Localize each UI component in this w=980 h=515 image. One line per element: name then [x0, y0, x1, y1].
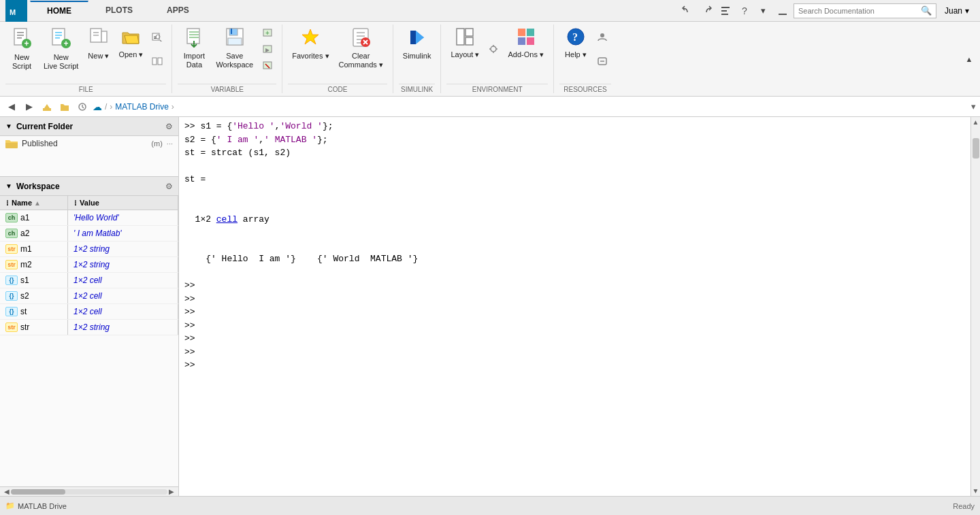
- ws-var-value-s1: 1×2 cell: [74, 276, 102, 285]
- file-group-label: FILE: [5, 84, 166, 93]
- vscroll-up-arrow[interactable]: ▲: [973, 117, 979, 127]
- undo-btn[interactable]: [679, 3, 696, 19]
- address-expand-button[interactable]: ▾: [971, 101, 976, 112]
- left-scrollbar[interactable]: ◀ ▶: [0, 486, 178, 496]
- ribbon-collapse-button[interactable]: ▲: [961, 51, 977, 67]
- redo-btn[interactable]: [698, 3, 715, 19]
- search-input[interactable]: [798, 7, 921, 15]
- new-live-script-icon: +: [51, 27, 71, 52]
- user-button[interactable]: Juan ▾: [939, 5, 975, 17]
- scroll-track[interactable]: [11, 489, 167, 495]
- svg-marker-42: [302, 29, 318, 44]
- workspace-row-str[interactable]: strstr1×2 string: [0, 320, 178, 335]
- ws-type-icon-s2: {}: [5, 291, 18, 301]
- open-button[interactable]: Open ▾: [114, 24, 147, 73]
- scroll-right-arrow[interactable]: ▶: [167, 488, 176, 495]
- preferences-button[interactable]: [485, 42, 502, 56]
- cmd-line-output-3: {' Hello I am '} {' World MATLAB '}: [184, 252, 965, 266]
- back-button[interactable]: ◀: [4, 99, 19, 114]
- ws-value-col-s2: 1×2 cell: [68, 288, 178, 303]
- current-folder-gear-icon[interactable]: ⚙: [165, 122, 173, 131]
- current-folder-header[interactable]: ▼ Current Folder ⚙: [0, 117, 178, 136]
- address-path: ☁ / › MATLAB Drive ›: [93, 101, 174, 112]
- cmd-line-blank-6: [184, 266, 965, 280]
- add-ons-icon: [517, 27, 536, 49]
- new-script-button[interactable]: + NewScript: [5, 24, 38, 73]
- clear-commands-button[interactable]: ClearCommands ▾: [335, 24, 387, 73]
- folder-item-published[interactable]: Published (m) ···: [0, 136, 178, 151]
- simulink-button[interactable]: Simulink: [399, 24, 436, 73]
- cmd-prompt-5: >>: [184, 332, 965, 346]
- svg-rect-20: [93, 35, 99, 36]
- up-dir-button[interactable]: [39, 99, 54, 114]
- ws-value-col-str: 1×2 string: [68, 320, 178, 335]
- workspace-row-m1[interactable]: strm11×2 string: [0, 242, 178, 257]
- matlab-logo: M: [5, 0, 27, 22]
- simulink-icon: [407, 27, 427, 50]
- ribbon-group-simulink: Simulink SIMULINK: [393, 24, 442, 93]
- workspace-gear-icon[interactable]: ⚙: [165, 182, 173, 191]
- help-label: Help ▾: [565, 50, 587, 59]
- open-label: Open ▾: [118, 50, 143, 59]
- svg-rect-8: [17, 35, 24, 36]
- layout-button[interactable]: Layout ▾: [446, 24, 483, 73]
- svg-rect-55: [466, 29, 473, 36]
- help-button[interactable]: ? Help ▾: [559, 24, 592, 73]
- tab-apps[interactable]: APPS: [150, 1, 206, 21]
- tab-plots[interactable]: PLOTS: [88, 1, 150, 21]
- command-body[interactable]: >> s1 = {'Hello ','World '}; s2 = {' I a…: [179, 117, 970, 496]
- history-button[interactable]: [75, 99, 90, 114]
- new-button[interactable]: New ▾: [84, 24, 113, 73]
- workspace-row-st[interactable]: {}st1×2 cell: [0, 304, 178, 320]
- settings-btn[interactable]: ▾: [755, 3, 772, 19]
- find-files-button[interactable]: ≡: [148, 30, 166, 44]
- help-icon-btn[interactable]: ?: [736, 3, 753, 19]
- minimize-btn[interactable]: [774, 3, 791, 19]
- cmd-line-blank-4: [184, 226, 965, 239]
- browse-button[interactable]: [57, 99, 72, 114]
- quick-access-btn[interactable]: [717, 3, 734, 19]
- forward-button[interactable]: ▶: [22, 99, 37, 114]
- ws-var-value-str: 1×2 string: [74, 322, 110, 332]
- ws-var-value-m2: 1×2 string: [74, 260, 110, 269]
- ribbon-group-resources: ? Help ▾ RESOURCES: [554, 24, 617, 93]
- folder-item-more-button[interactable]: ···: [167, 139, 173, 148]
- compare-button[interactable]: [148, 54, 166, 68]
- workspace-row-s2[interactable]: {}s21×2 cell: [0, 288, 178, 304]
- workspace-row-a1[interactable]: cha1'Hello World': [0, 210, 178, 226]
- new-live-script-button[interactable]: + NewLive Script: [39, 24, 82, 73]
- status-left: 📁 MATLAB Drive: [5, 501, 942, 510]
- matlab-drive-link[interactable]: MATLAB Drive: [115, 102, 168, 112]
- favorites-button[interactable]: Favorites ▾: [288, 24, 333, 73]
- svg-point-68: [600, 33, 604, 37]
- left-panel: ▼ Current Folder ⚙ Published (m) ··· ▼ W…: [0, 117, 179, 496]
- cmd-line-1: >> s1 = {'Hello ','World '};: [184, 120, 965, 133]
- vscroll-down-arrow[interactable]: ▼: [973, 486, 979, 496]
- workspace-row-m2[interactable]: strm21×2 string: [0, 257, 178, 273]
- ws-var-name-s2: s2: [20, 291, 29, 301]
- open-variable-button[interactable]: ▶: [259, 42, 276, 56]
- clear-workspace-small-button[interactable]: [259, 59, 276, 72]
- request-support-button[interactable]: [593, 54, 611, 68]
- search-box[interactable]: 🔍: [794, 3, 936, 18]
- svg-text:+: +: [24, 39, 29, 48]
- svg-rect-4: [721, 14, 728, 15]
- save-workspace-button[interactable]: SaveWorkspace: [212, 24, 257, 73]
- workspace-row-a2[interactable]: cha2' I am Matlab': [0, 226, 178, 242]
- new-variable-button[interactable]: +: [259, 26, 276, 39]
- tab-home[interactable]: HOME: [30, 1, 88, 21]
- cmd-scrollbar[interactable]: ▲ ▼: [970, 117, 980, 496]
- svg-text:M: M: [10, 8, 16, 16]
- vscroll-thumb: [973, 138, 979, 159]
- workspace-header[interactable]: ▼ Workspace ⚙: [0, 177, 178, 196]
- ribbon-group-code: Favorites ▾: [282, 24, 393, 93]
- svg-rect-15: [55, 37, 60, 39]
- status-path: MATLAB Drive: [18, 502, 67, 510]
- workspace-row-s1[interactable]: {}s11×2 cell: [0, 273, 178, 288]
- ws-value-col-a2: ' I am Matlab': [68, 226, 178, 241]
- add-ons-button[interactable]: Add-Ons ▾: [504, 24, 547, 73]
- community-button[interactable]: [593, 30, 611, 44]
- scroll-left-arrow[interactable]: ◀: [3, 488, 11, 495]
- save-workspace-label: SaveWorkspace: [216, 52, 253, 69]
- import-data-button[interactable]: ImportData: [178, 24, 210, 73]
